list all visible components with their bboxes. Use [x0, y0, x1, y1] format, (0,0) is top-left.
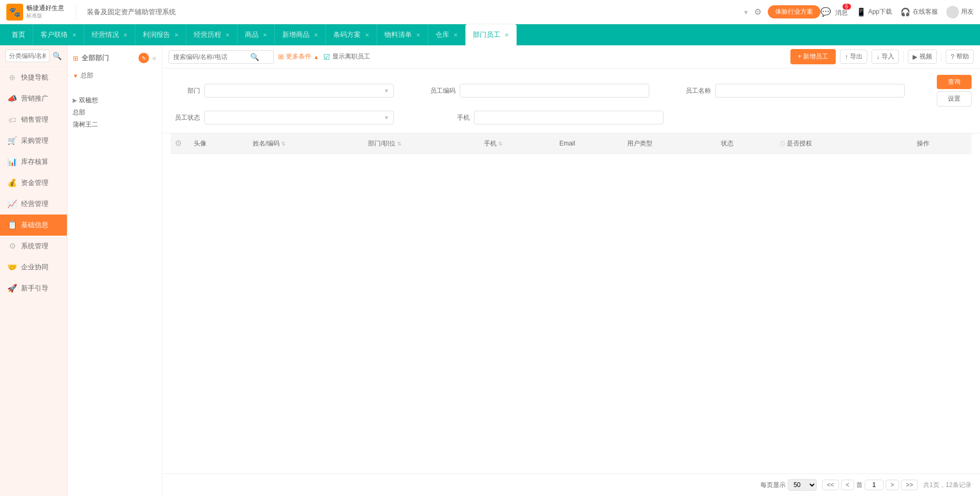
logo-area: 🐾 畅捷通好生意 标准版 [6, 4, 70, 21]
info-icon[interactable]: ⓘ [780, 141, 785, 147]
online-service-btn[interactable]: 🎧 在线客服 [900, 7, 938, 17]
col-dept[interactable]: 部门/职位 ⇅ [364, 133, 480, 154]
close-icon[interactable]: ✕ [263, 32, 267, 38]
search-btn[interactable]: 查询 [937, 75, 972, 89]
page-size-select[interactable]: 50 100 200 [788, 479, 817, 491]
tab-home[interactable]: 首页 [4, 24, 33, 45]
dept-tree-hq[interactable]: ▼ 总部 [67, 70, 162, 82]
phone-input[interactable] [474, 111, 664, 124]
phone-text-input[interactable] [480, 114, 658, 121]
sidebar-item-finance[interactable]: 💰 资金管理 [0, 172, 67, 193]
dept-select[interactable]: ▾ [204, 84, 394, 98]
close-icon[interactable]: ✕ [123, 32, 127, 38]
page-size-selector: 每页显示 50 100 200 [760, 479, 817, 491]
logo-icon: 🐾 [6, 4, 23, 21]
search-input-box[interactable]: 🔍 [169, 50, 274, 64]
collapse-arrow: ▼ [73, 73, 78, 79]
tab-dept-staff[interactable]: 部门员工✕ [466, 24, 517, 45]
col-phone[interactable]: 手机 ⇅ [480, 133, 555, 154]
tab-goods[interactable]: 商品✕ [237, 24, 275, 45]
help-btn[interactable]: ? 帮助 [946, 50, 974, 64]
try-btn[interactable]: 体验行业方案 [768, 5, 820, 18]
close-icon[interactable]: ✕ [416, 32, 420, 38]
table-container: ⚙ 头像 姓名/编码 ⇅ 部门/职位 ⇅ 手机 ⇅ [162, 133, 980, 473]
close-icon[interactable]: ✕ [174, 32, 179, 38]
dept-edit-btn[interactable]: ✎ [138, 53, 149, 63]
dept-zongbu[interactable]: 总部 [67, 106, 162, 119]
emp-name-input[interactable] [715, 84, 905, 98]
prev-page-btn[interactable]: < [841, 480, 854, 490]
export-btn[interactable]: ↑ 导出 [840, 50, 867, 64]
first-page-btn[interactable]: << [822, 480, 839, 490]
dept-all-label: 全部部门 [82, 53, 109, 63]
sort-icon: ⇅ [281, 141, 285, 147]
close-icon[interactable]: ✕ [72, 32, 76, 38]
tab-operations[interactable]: 经营情况✕ [84, 24, 135, 45]
export-icon: ↑ [845, 53, 848, 61]
sidebar-search-icon[interactable]: 🔍 [53, 52, 62, 60]
dropdown-arrow[interactable]: ▾ [744, 8, 748, 16]
search-input[interactable] [173, 53, 247, 61]
tab-history[interactable]: 经营历程✕ [186, 24, 237, 45]
emp-code-input[interactable] [460, 84, 649, 98]
tab-bom[interactable]: 物料清单✕ [377, 24, 428, 45]
view-btn[interactable]: ▶ 视频 [908, 50, 937, 64]
system-icon: ⚙ [7, 241, 17, 251]
employee-table: ⚙ 头像 姓名/编码 ⇅ 部门/职位 ⇅ 手机 ⇅ [171, 133, 972, 154]
sidebar-item-marketing[interactable]: 📣 营销推广 [0, 88, 67, 109]
page-nav: << < 首 > >> [822, 480, 918, 490]
tab-barcode[interactable]: 条码方案✕ [326, 24, 377, 45]
sidebar-item-collab[interactable]: 🤝 企业协同 [0, 257, 67, 278]
view-icon: ▶ [913, 53, 917, 61]
sidebar-item-basic-info[interactable]: 📋 基础信息 [0, 215, 67, 236]
last-page-btn[interactable]: >> [901, 480, 918, 490]
dept-collapse-btn[interactable]: « [152, 54, 156, 62]
sidebar-item-sales[interactable]: 🏷 销售管理 [0, 109, 67, 130]
settings-gear-icon[interactable]: ⚙ [754, 7, 761, 17]
sidebar-item-operations[interactable]: 📈 经营管理 [0, 193, 67, 215]
reset-btn[interactable]: 设置 [937, 91, 972, 106]
tab-profit[interactable]: 利润报告✕ [135, 24, 186, 45]
dept-field: 部门 ▾ [171, 84, 418, 98]
emp-code-label: 员工编码 [426, 86, 456, 95]
close-icon[interactable]: ✕ [365, 32, 369, 38]
emp-code-text-input[interactable] [466, 87, 644, 94]
tab-customer[interactable]: 客户联络✕ [33, 24, 84, 45]
message-badge: 6 [843, 4, 851, 9]
table-settings-icon[interactable]: ⚙ [175, 139, 182, 148]
more-conditions-btn[interactable]: ⊞ 更多条件 ▲ [278, 52, 319, 61]
page-label: 首 [856, 481, 863, 490]
sidebar-item-guide[interactable]: 🚀 新手引导 [0, 278, 67, 299]
app-download-btn[interactable]: 📱 App下载 [856, 7, 892, 17]
close-icon[interactable]: ✕ [504, 32, 509, 38]
sidebar-item-quick-nav[interactable]: ⊕ 快捷导航 [0, 67, 67, 88]
tab-add-goods[interactable]: 新增商品✕ [275, 24, 326, 45]
message-btn[interactable]: 💬 6 消息 [820, 7, 847, 17]
emp-status-select[interactable]: ▾ [204, 111, 394, 124]
close-icon[interactable]: ✕ [314, 32, 318, 38]
close-icon[interactable]: ✕ [225, 32, 230, 38]
dept-shuangying[interactable]: ▶ 双楹想 [67, 94, 162, 106]
tab-warehouse[interactable]: 仓库✕ [428, 24, 466, 45]
emp-name-text-input[interactable] [721, 87, 899, 94]
table-header-row: ⚙ 头像 姓名/编码 ⇅ 部门/职位 ⇅ 手机 ⇅ [171, 133, 972, 154]
dept-pugong[interactable]: 蒲树王二 [67, 119, 162, 131]
sidebar-search-input[interactable] [5, 50, 50, 62]
show-resigned-toggle[interactable]: ☑ 显示离职员工 [323, 52, 370, 61]
sidebar-item-system[interactable]: ⚙ 系统管理 [0, 236, 67, 257]
sidebar-item-purchase[interactable]: 🛒 采购管理 [0, 130, 67, 151]
close-icon[interactable]: ✕ [453, 32, 458, 38]
import-btn[interactable]: ↓ 导入 [872, 50, 899, 64]
next-page-btn[interactable]: > [886, 480, 899, 490]
search-icon[interactable]: 🔍 [250, 53, 259, 61]
purchase-icon: 🛒 [7, 136, 17, 145]
pagination: 每页显示 50 100 200 << < 首 > >> 共1页，12条记录 [162, 473, 980, 496]
user-area[interactable]: 用友 [946, 6, 974, 18]
col-name[interactable]: 姓名/编码 ⇅ [249, 133, 364, 154]
sidebar-item-inventory[interactable]: 📊 库存核算 [0, 151, 67, 172]
col-user-type: 用户类型 [623, 133, 717, 154]
sort-icon2: ⇅ [397, 141, 401, 147]
operations-icon: 📈 [7, 199, 17, 209]
page-number-input[interactable] [865, 480, 884, 490]
add-employee-btn[interactable]: + 新增员工 [790, 49, 836, 64]
